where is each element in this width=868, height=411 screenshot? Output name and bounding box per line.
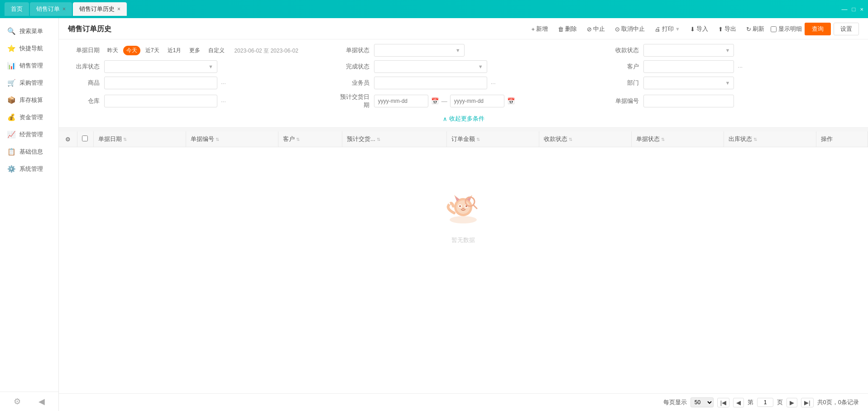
sort-expected-date-icon[interactable]: ⇅ — [377, 137, 380, 142]
sort-customer-icon[interactable]: ⇅ — [296, 137, 300, 142]
refresh-button[interactable]: ↻ 刷新 — [743, 23, 768, 35]
calendar-from-icon[interactable]: 📅 — [431, 97, 439, 105]
customer-label: 客户 — [607, 63, 643, 71]
warehouse-status-select[interactable]: ▼ — [104, 60, 217, 73]
date-quick-btns: 昨天 今天 近7天 近1月 更多 自定义 — [104, 46, 228, 55]
date-btn-more[interactable]: 更多 — [186, 46, 203, 55]
sort-bill-date-icon[interactable]: ⇅ — [123, 137, 127, 142]
top-bar-right: — □ × — [842, 6, 863, 13]
sidebar-item-basic-info[interactable]: 📋 基础信息 — [0, 143, 58, 160]
total-info: 共0页，0条记录 — [817, 398, 859, 406]
window-x-icon[interactable]: × — [860, 6, 863, 13]
sort-payment-status-icon[interactable]: ⇅ — [569, 137, 572, 142]
th-warehouse-status[interactable]: 出库状态 ⇅ — [724, 131, 816, 147]
page-first-button[interactable]: |◀ — [717, 398, 729, 407]
tab-home[interactable]: 首页 — [5, 2, 29, 16]
sidebar-item-finance[interactable]: 💰 资金管理 — [0, 109, 58, 126]
date-btn-yesterday[interactable]: 昨天 — [104, 46, 121, 55]
date-btn-7days[interactable]: 近7天 — [142, 46, 163, 55]
sidebar-item-operation-label: 经营管理 — [19, 131, 43, 139]
print-button[interactable]: 🖨 打印 ▼ — [651, 23, 684, 35]
bill-no-input[interactable] — [643, 95, 734, 107]
sidebar-item-search-menu[interactable]: 🔍 搜索菜单 — [0, 23, 58, 40]
expected-date-from[interactable] — [374, 95, 428, 107]
query-button[interactable]: 查询 — [805, 23, 831, 35]
sort-order-amount-icon[interactable]: ⇅ — [476, 137, 480, 142]
sidebar-item-system-mgmt[interactable]: ⚙️ 系统管理 — [0, 160, 58, 178]
department-select[interactable]: ▼ — [643, 77, 734, 89]
calendar-to-icon[interactable]: 📅 — [507, 97, 515, 105]
current-page-label: 第 — [748, 398, 753, 406]
tab-sales-order-close[interactable]: × — [62, 6, 66, 12]
department-select-container: ▼ — [643, 77, 859, 89]
new-button[interactable]: + 新增 — [528, 23, 552, 35]
new-label: 新增 — [536, 25, 548, 33]
empty-state: 暂无数据 — [59, 147, 868, 262]
sidebar-collapse-icon[interactable]: ◀ — [38, 396, 45, 406]
date-btn-today[interactable]: 今天 — [123, 46, 140, 55]
product-dots[interactable]: ··· — [219, 80, 228, 87]
svg-point-5 — [459, 205, 461, 207]
delete-button[interactable]: 🗑 删除 — [554, 23, 580, 35]
expected-date-to[interactable] — [450, 95, 504, 107]
th-payment-status[interactable]: 收款状态 ⇅ — [539, 131, 631, 147]
sidebar-item-inventory[interactable]: 📦 库存核算 — [0, 92, 58, 109]
th-bill-status[interactable]: 单据状态 ⇅ — [631, 131, 724, 147]
cancel-stop-label: 取消中止 — [621, 25, 645, 33]
sidebar-settings-icon[interactable]: ⚙ — [14, 396, 21, 406]
window-maximize-icon[interactable]: □ — [852, 6, 856, 13]
export-button[interactable]: ⬆ 导出 — [715, 23, 740, 35]
sidebar-item-sales-mgmt[interactable]: 📊 销售管理 — [0, 57, 58, 74]
sidebar-bottom: ⚙ ◀ — [0, 392, 58, 411]
payment-status-select[interactable]: ▼ — [643, 44, 734, 57]
complete-status-select[interactable]: ▼ — [374, 60, 487, 73]
page-number-input[interactable] — [757, 398, 773, 407]
page-prev-button[interactable]: ◀ — [733, 398, 744, 407]
select-all-checkbox[interactable] — [82, 135, 88, 141]
salesperson-dots[interactable]: ··· — [489, 80, 498, 87]
product-input[interactable] — [104, 77, 217, 89]
warehouse-input[interactable] — [104, 95, 217, 107]
sort-bill-no-icon[interactable]: ⇅ — [216, 137, 219, 142]
page-size-select[interactable]: 10 20 50 100 — [691, 397, 714, 407]
sort-warehouse-status-icon[interactable]: ⇅ — [753, 137, 757, 142]
date-btn-custom[interactable]: 自定义 — [205, 46, 228, 55]
th-checkbox[interactable] — [77, 131, 93, 147]
collapse-bar[interactable]: ∧ 收起更多条件 — [68, 113, 859, 123]
stop-button[interactable]: ⊘ 中止 — [583, 23, 609, 35]
operation-icon: 📈 — [7, 131, 16, 139]
gear-settings-icon[interactable]: ⚙ — [65, 136, 71, 143]
bill-status-select[interactable]: ▼ — [374, 44, 465, 57]
payment-status-select-container: ▼ — [643, 44, 859, 57]
import-button[interactable]: ⬇ 导入 — [686, 23, 712, 35]
setting-button[interactable]: 设置 — [834, 23, 859, 35]
tab-sales-order[interactable]: 销售订单 × — [30, 2, 72, 16]
th-order-amount[interactable]: 订单金额 ⇅ — [446, 131, 539, 147]
page-last-button[interactable]: ▶| — [801, 398, 813, 407]
tab-sales-history[interactable]: 销售订单历史 × — [73, 2, 127, 16]
window-close-icon[interactable]: — — [842, 6, 848, 13]
page-next-button[interactable]: ▶ — [786, 398, 797, 407]
bill-no-label: 单据编号 — [607, 97, 643, 105]
tab-sales-history-close[interactable]: × — [117, 6, 120, 12]
date-range-text: 2023-06-02 至 2023-06-02 — [234, 47, 298, 55]
th-bill-no[interactable]: 单据编号 ⇅ — [186, 131, 278, 147]
sidebar-item-operation[interactable]: 📈 经营管理 — [0, 126, 58, 143]
sort-bill-status-icon[interactable]: ⇅ — [661, 137, 665, 142]
warehouse-dots[interactable]: ··· — [219, 98, 228, 105]
th-bill-date[interactable]: 单据日期 ⇅ — [93, 131, 186, 147]
show-detail-checkbox[interactable] — [771, 26, 777, 32]
sidebar-item-quick-nav-label: 快捷导航 — [19, 44, 43, 53]
th-customer[interactable]: 客户 ⇅ — [278, 131, 342, 147]
customer-input[interactable] — [643, 60, 734, 73]
customer-dots[interactable]: ··· — [736, 63, 744, 70]
th-gear[interactable]: ⚙ — [59, 131, 77, 147]
sidebar-item-purchase-mgmt[interactable]: 🛒 采购管理 — [0, 74, 58, 92]
cancel-stop-button[interactable]: ⊙ 取消中止 — [611, 23, 648, 35]
show-detail-checkbox-label[interactable]: 显示明细 — [771, 25, 802, 33]
date-btn-1month[interactable]: 近1月 — [164, 46, 185, 55]
sidebar-item-quick-nav[interactable]: ⭐ 快捷导航 — [0, 40, 58, 57]
salesperson-input[interactable] — [374, 77, 487, 89]
th-expected-date[interactable]: 预计交货... ⇅ — [342, 131, 446, 147]
filter-row-2: 出库状态 ▼ 完成状态 ▼ 客户 ··· — [68, 60, 859, 73]
